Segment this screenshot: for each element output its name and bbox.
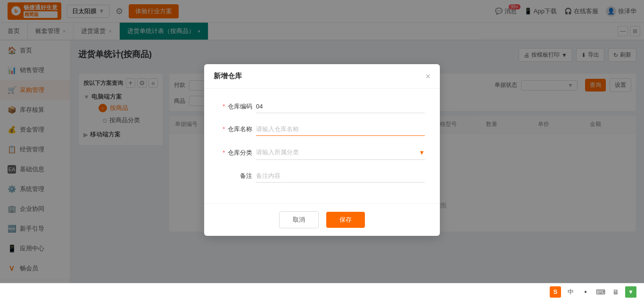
category-select[interactable]: 请输入所属分类 ▼ [256,145,425,160]
monitor-icon[interactable]: 🖥 [610,286,621,298]
modal-overlay: 新增仓库 × * 仓库编码 * 仓库名称 * [0,0,644,300]
cancel-button[interactable]: 取消 [279,211,319,228]
category-label: * 仓库分类 [219,149,252,157]
bottom-bar: S 中 • ⌨ 🖥 ▼ [0,283,644,300]
note-label: 备注 [219,172,252,180]
new-warehouse-dialog: 新增仓库 × * 仓库编码 * 仓库名称 * [204,64,440,236]
save-button[interactable]: 保存 [326,212,365,228]
form-row-name: * 仓库名称 [219,123,425,136]
code-input[interactable] [256,100,425,113]
name-label: * 仓库名称 [219,125,252,133]
dialog-footer: 取消 保存 [204,203,440,236]
required-star-name: * [223,125,225,133]
s-icon[interactable]: S [550,286,561,298]
dialog-close-btn[interactable]: × [425,72,430,81]
required-star-code: * [223,103,225,110]
dialog-body: * 仓库编码 * 仓库名称 * 仓库分类 请输入所属分类 [204,89,440,203]
chinese-input-icon[interactable]: 中 [565,286,576,298]
required-star-category: * [223,149,225,156]
form-row-category: * 仓库分类 请输入所属分类 ▼ [219,145,425,160]
dialog-header: 新增仓库 × [204,64,440,89]
code-label: * 仓库编码 [219,102,252,111]
category-placeholder: 请输入所属分类 [256,148,299,157]
form-row-note: 备注 [219,169,425,183]
category-arrow-icon: ▼ [419,149,425,156]
arrow-down-icon[interactable]: ▼ [625,286,636,298]
dot-icon[interactable]: • [580,286,591,298]
form-row-code: * 仓库编码 [219,100,425,113]
note-input[interactable] [256,169,425,183]
name-input[interactable] [256,123,425,136]
keyboard-icon[interactable]: ⌨ [595,286,606,298]
dialog-title: 新增仓库 [214,72,242,81]
